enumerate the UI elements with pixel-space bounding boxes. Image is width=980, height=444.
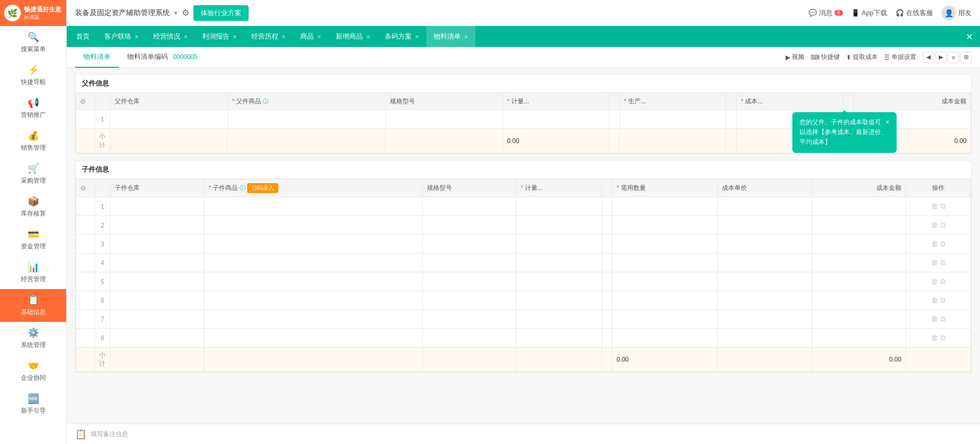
child-cell-qty-6[interactable] bbox=[612, 291, 718, 310]
close-bom-icon[interactable]: ✕ bbox=[464, 34, 468, 40]
close-all-tabs-btn[interactable]: ✕ bbox=[961, 32, 978, 42]
child-cell-product-3[interactable] bbox=[204, 235, 422, 254]
child-cell-qty-1[interactable] bbox=[612, 197, 718, 216]
child-cell-qty-2[interactable] bbox=[612, 216, 718, 235]
child-cell-unit-cost-8[interactable] bbox=[718, 329, 812, 347]
child-cell-qty-5[interactable] bbox=[612, 272, 718, 291]
close-newgoods-icon[interactable]: ✕ bbox=[366, 34, 370, 40]
child-cell-warehouse-8[interactable] bbox=[111, 329, 204, 347]
child-cell-qty-8[interactable] bbox=[612, 329, 718, 347]
tooltip-close-btn[interactable]: × bbox=[886, 117, 889, 127]
parent-cell-product[interactable] bbox=[228, 110, 385, 129]
parent-settings-icon[interactable]: ⚙ bbox=[80, 98, 86, 105]
copy-icon-3[interactable]: ⧉ bbox=[940, 239, 946, 248]
parent-cell-spec[interactable] bbox=[385, 110, 503, 129]
child-cell-warehouse-1[interactable] bbox=[111, 197, 204, 216]
child-cell-unit-7[interactable] bbox=[516, 310, 602, 329]
child-cell-product-6[interactable] bbox=[204, 291, 422, 310]
child-cell-product-2[interactable] bbox=[204, 216, 422, 235]
close-goods-icon[interactable]: ✕ bbox=[317, 34, 321, 40]
child-cell-unit-cost-3[interactable] bbox=[718, 235, 812, 254]
view-btn[interactable]: ▶ 视频 bbox=[786, 53, 804, 62]
copy-icon-1[interactable]: ⧉ bbox=[940, 202, 946, 211]
child-cell-qty-3[interactable] bbox=[612, 235, 718, 254]
delete-icon-8[interactable]: 🗑 bbox=[931, 333, 938, 342]
child-cell-warehouse-6[interactable] bbox=[111, 291, 204, 310]
close-business-icon[interactable]: ✕ bbox=[183, 34, 188, 40]
sidebar-item-sales[interactable]: 💰 销售管理 bbox=[0, 125, 66, 158]
copy-icon-6[interactable]: ⧉ bbox=[940, 296, 946, 305]
single-settings-btn[interactable]: ☰ 单据设置 bbox=[884, 53, 916, 62]
tab-goods[interactable]: 商品✕ bbox=[293, 26, 328, 47]
child-cell-qty-7[interactable] bbox=[612, 310, 718, 329]
tab-profit[interactable]: 利润报告✕ bbox=[195, 26, 244, 47]
sidebar-item-guide[interactable]: 🆕 新手引导 bbox=[0, 388, 66, 421]
sidebar-item-finance[interactable]: 💳 资金管理 bbox=[0, 223, 66, 256]
nav-expand-btn[interactable]: ⊞ bbox=[960, 52, 972, 63]
child-cell-spec-6[interactable] bbox=[422, 291, 516, 310]
close-customers-icon[interactable]: ✕ bbox=[134, 34, 139, 40]
child-cell-spec-3[interactable] bbox=[422, 235, 516, 254]
parent-col-settings[interactable]: ⚙ bbox=[76, 93, 95, 110]
tab-home[interactable]: 首页 bbox=[69, 26, 97, 47]
try-btn[interactable]: 体验行业方案 bbox=[193, 5, 249, 21]
close-barcode-icon[interactable]: ✕ bbox=[415, 34, 419, 40]
child-cell-unit-cost-2[interactable] bbox=[718, 216, 812, 235]
tab-customers[interactable]: 客户联络✕ bbox=[97, 26, 146, 47]
tab-business[interactable]: 经营情况✕ bbox=[146, 26, 195, 47]
service-btn[interactable]: 🎧 在线客服 bbox=[896, 8, 933, 18]
sidebar-item-system[interactable]: ⚙️ 系统管理 bbox=[0, 322, 66, 355]
sidebar-item-quick-nav[interactable]: ⚡ 快捷导航 bbox=[0, 59, 66, 92]
child-cell-spec-8[interactable] bbox=[422, 329, 516, 347]
child-cell-spec-2[interactable] bbox=[422, 216, 516, 235]
child-cell-unit-8[interactable] bbox=[516, 329, 602, 347]
child-cell-product-8[interactable] bbox=[204, 329, 422, 347]
child-cell-unit-6[interactable] bbox=[516, 291, 602, 310]
child-cell-warehouse-2[interactable] bbox=[111, 216, 204, 235]
child-cell-product-7[interactable] bbox=[204, 310, 422, 329]
nav-next-btn[interactable]: ▶ bbox=[935, 52, 947, 63]
child-cell-product-4[interactable] bbox=[204, 254, 422, 272]
tab-history[interactable]: 经营历程✕ bbox=[244, 26, 293, 47]
tab-bom[interactable]: 物料清单✕ bbox=[426, 26, 475, 47]
sidebar-item-marketing[interactable]: 📢 营销推广 bbox=[0, 92, 66, 125]
user-btn[interactable]: 👤 用友 bbox=[941, 6, 972, 20]
child-cell-unit-3[interactable] bbox=[516, 235, 602, 254]
nav-list-btn[interactable]: ≡ bbox=[948, 52, 959, 63]
child-col-settings[interactable]: ⚙ bbox=[76, 179, 95, 197]
delete-icon-6[interactable]: 🗑 bbox=[931, 296, 938, 305]
dropdown-icon[interactable]: ▾ bbox=[174, 9, 178, 17]
child-cell-spec-5[interactable] bbox=[422, 272, 516, 291]
tab-barcode[interactable]: 条码方案✕ bbox=[377, 26, 426, 47]
extract-cost-btn[interactable]: ⬆ 提取成本 bbox=[846, 53, 878, 62]
child-cell-warehouse-3[interactable] bbox=[111, 235, 204, 254]
child-cell-product-1[interactable] bbox=[204, 197, 422, 216]
child-cell-unit-cost-5[interactable] bbox=[718, 272, 812, 291]
child-cell-warehouse-4[interactable] bbox=[111, 254, 204, 272]
subtab-bom-code[interactable]: 物料清单编码 0000005 bbox=[119, 47, 206, 68]
child-cell-unit-2[interactable] bbox=[516, 216, 602, 235]
settings-icon[interactable]: ⚙ bbox=[182, 8, 189, 18]
child-cell-qty-4[interactable] bbox=[612, 254, 718, 272]
delete-icon-7[interactable]: 🗑 bbox=[931, 315, 938, 323]
copy-icon-4[interactable]: ⧉ bbox=[940, 258, 946, 267]
app-download-btn[interactable]: 📱 App下载 bbox=[851, 8, 887, 18]
parent-cell-production[interactable] bbox=[620, 110, 726, 129]
child-settings-icon[interactable]: ⚙ bbox=[80, 185, 86, 192]
scan-btn[interactable]: 扫码录入 bbox=[247, 183, 278, 193]
child-cell-unit-cost-1[interactable] bbox=[718, 197, 812, 216]
subtab-bom-list[interactable]: 物料清单 bbox=[75, 47, 119, 68]
message-btn[interactable]: 💬 消息 6 bbox=[808, 8, 843, 18]
copy-icon-8[interactable]: ⧉ bbox=[940, 333, 946, 342]
child-cell-warehouse-5[interactable] bbox=[111, 272, 204, 291]
child-cell-unit-cost-6[interactable] bbox=[718, 291, 812, 310]
child-cell-spec-1[interactable] bbox=[422, 197, 516, 216]
child-cell-warehouse-7[interactable] bbox=[111, 310, 204, 329]
child-cell-unit-5[interactable] bbox=[516, 272, 602, 291]
copy-icon-5[interactable]: ⧉ bbox=[940, 277, 946, 286]
child-cell-unit-cost-7[interactable] bbox=[718, 310, 812, 329]
copy-icon-2[interactable]: ⧉ bbox=[940, 221, 946, 230]
child-cell-spec-4[interactable] bbox=[422, 254, 516, 272]
sidebar-item-basic[interactable]: 📋 基础信息 bbox=[0, 289, 66, 322]
close-history-icon[interactable]: ✕ bbox=[281, 34, 286, 40]
